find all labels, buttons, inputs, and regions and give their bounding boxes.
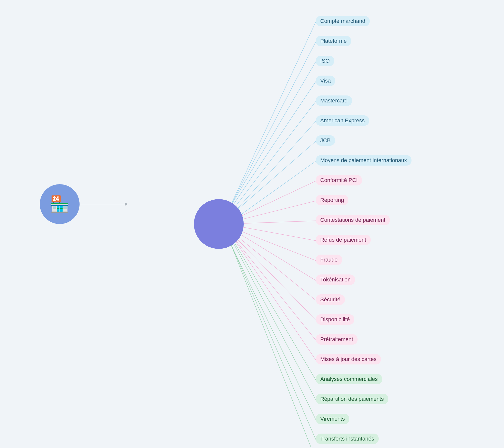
tag-n17: Prétraitement — [316, 334, 358, 345]
svg-line-1 — [232, 42, 316, 203]
tag-n22: Transferts instantanés — [316, 434, 379, 444]
svg-line-8 — [242, 181, 316, 216]
svg-line-6 — [238, 141, 316, 209]
tag-n1: Compte marchand — [316, 16, 370, 26]
tag-n13: Fraude — [316, 255, 342, 265]
svg-line-16 — [236, 241, 316, 340]
svg-line-7 — [242, 161, 316, 214]
connection-lines — [0, 0, 504, 448]
tag-n14: Tokénisation — [316, 274, 355, 285]
svg-line-22 — [231, 245, 316, 448]
facilitator-node — [194, 199, 244, 249]
tag-n6: American Express — [316, 115, 369, 126]
tag-n19: Analyses commerciales — [316, 374, 382, 384]
svg-line-21 — [231, 245, 316, 440]
svg-line-2 — [232, 62, 316, 203]
tag-n5: Mastercard — [316, 95, 352, 106]
tag-n12: Refus de paiement — [316, 235, 371, 245]
tag-n4: Visa — [316, 76, 335, 86]
tag-n8: Moyens de paiement internationaux — [316, 155, 412, 166]
tag-n16: Disponibilité — [316, 314, 354, 325]
tag-n15: Sécurité — [316, 294, 345, 305]
arrow — [80, 202, 128, 206]
svg-line-20 — [231, 245, 316, 420]
tag-n2: Plateforme — [316, 36, 351, 46]
svg-line-13 — [241, 235, 316, 280]
svg-line-9 — [243, 201, 316, 219]
svg-line-15 — [238, 240, 316, 320]
svg-line-5 — [238, 121, 316, 208]
tag-n9: Conformité PCI — [316, 175, 362, 185]
tag-n10: Reporting — [316, 195, 348, 205]
tag-n21: Virements — [316, 414, 349, 424]
svg-line-19 — [234, 244, 316, 400]
svg-line-17 — [236, 242, 316, 360]
svg-line-14 — [239, 238, 316, 300]
tag-n11: Contestations de paiement — [316, 215, 390, 225]
svg-line-18 — [235, 243, 316, 380]
arrow-line — [80, 204, 125, 204]
svg-line-0 — [232, 22, 316, 203]
diagram-container: 🏪 Compte marchandPlateformeISOVisaMaster… — [0, 0, 504, 448]
tag-n3: ISO — [316, 56, 334, 66]
arrow-head — [125, 202, 128, 206]
svg-line-11 — [243, 227, 316, 241]
tag-n18: Mises à jour des cartes — [316, 354, 381, 364]
tag-n20: Répartition des paiements — [316, 394, 388, 404]
svg-line-4 — [236, 101, 316, 206]
svg-line-10 — [244, 221, 316, 224]
svg-line-12 — [242, 232, 316, 261]
svg-line-3 — [234, 82, 316, 204]
store-icon: 🏪 — [50, 195, 70, 214]
tag-n7: JCB — [316, 135, 335, 146]
store-node: 🏪 — [40, 184, 80, 224]
